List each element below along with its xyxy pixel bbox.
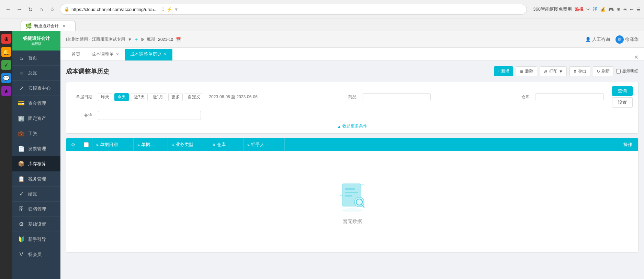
tax-icon: 📋 [18, 176, 25, 182]
bookmark-button[interactable]: ☆ [47, 4, 57, 14]
refresh-btn[interactable]: ↻ 刷新 [593, 66, 613, 76]
topbar-right: 👤 人工咨询 徐 徐泽华 [585, 35, 639, 44]
rail-icon-purple[interactable]: ★ [1, 86, 11, 96]
ledger-icon: ≡ [18, 70, 25, 76]
th-checkbox[interactable] [80, 138, 92, 151]
date-btn-7days[interactable]: 近7天 [131, 93, 148, 101]
date-filter-label: 单据日期 [72, 94, 92, 100]
sidebar-item-ledger[interactable]: ≡ 总账 [12, 66, 60, 81]
settings-small-icon[interactable]: ⚙ [140, 37, 144, 42]
query-buttons: 查询 设置 [612, 86, 633, 108]
dropdown-icon[interactable]: ▼ [128, 37, 132, 42]
header-checkbox[interactable] [84, 142, 89, 147]
sidebar-item-member[interactable]: V 畅会员 [12, 247, 60, 262]
rail-icon-red[interactable]: ⊕ [1, 34, 11, 44]
rail-icon-orange[interactable]: 🔔 [1, 47, 11, 57]
sidebar-item-invoice[interactable]: 📄 发票管理 [12, 141, 60, 156]
remark-filter-label: 备注 [72, 113, 92, 119]
print-chevron[interactable]: ▼ [559, 69, 563, 74]
brightness-icon[interactable]: ☀ [623, 7, 627, 12]
tab-area-close: ✕ [634, 54, 639, 60]
search-btn[interactable]: 查询 [612, 86, 633, 96]
undo-icon[interactable]: ↩ [630, 7, 634, 12]
date-btn-custom[interactable]: 自定义 [185, 93, 203, 101]
sidebar: 畅捷通好会计 旗舰版 ⌂ 首页 ≡ 总账 ↗ 云报表中心 💳 资金管理 🏢 固定… [12, 31, 60, 279]
address-bar[interactable]: 🔒 https://cloud.chanjet.com/accounting/u… [60, 4, 527, 15]
period-value[interactable]: 2021-10 [158, 37, 173, 42]
archive-icon: 🗄 [18, 206, 25, 212]
new-btn[interactable]: + 新增 [494, 66, 513, 76]
service-btn[interactable]: 👤 人工咨询 [585, 36, 610, 43]
sidebar-item-guide[interactable]: 🔰 新手引导 [12, 232, 60, 247]
tab-cost-adjustment-history[interactable]: 成本调整单历史 ✕ [125, 49, 172, 60]
add-icon[interactable]: + [135, 36, 138, 43]
tab-cost-adjustment[interactable]: 成本调整单 ✕ [86, 49, 125, 60]
tab-cost-adjustment-history-close[interactable]: ✕ [163, 52, 167, 57]
rail-icon-green[interactable]: ✓ [1, 60, 11, 70]
th-date[interactable]: ⇅ 单据日期 [92, 138, 134, 151]
content-area: 成本调整单历史 + 新增 🗑 删除 🖨 打印 ▼ ⬆ 导出 [60, 61, 644, 279]
home-button[interactable]: ⌂ [36, 4, 46, 14]
sidebar-item-inventory[interactable]: 📦 库存核算 [12, 156, 60, 171]
product-more-btn[interactable]: ... [425, 95, 428, 99]
sidebar-item-tax[interactable]: 📋 税务管理 [12, 171, 60, 187]
game-icon[interactable]: 🎮 [608, 7, 614, 12]
display-checkbox[interactable] [616, 69, 621, 74]
sidebar-item-salary[interactable]: 💼 工资 [12, 126, 60, 141]
search-label[interactable]: 360智能抠图免费用 [533, 6, 572, 12]
refresh-button[interactable]: ↻ [25, 4, 35, 14]
product-filter-label: 商品 [336, 94, 357, 100]
delete-btn[interactable]: 🗑 删除 [516, 66, 537, 76]
sidebar-item-label: 发票管理 [28, 146, 46, 152]
sidebar-item-label: 资金管理 [28, 100, 46, 107]
sidebar-item-assets[interactable]: 🏢 固定资产 [12, 111, 60, 126]
menu-icon[interactable]: ☰ [636, 7, 641, 12]
translate-icon[interactable]: 译 [593, 6, 597, 12]
sidebar-item-label: 结账 [28, 191, 37, 197]
th-type[interactable]: ⇅ 业务类型 [168, 138, 209, 151]
date-btn-more[interactable]: 更多 [168, 93, 183, 101]
tab-cost-adjustment-close[interactable]: ✕ [116, 52, 119, 57]
topbar-user[interactable]: 徐 徐泽华 [615, 35, 639, 44]
date-btn-today[interactable]: 今天 [114, 93, 129, 101]
chevron-down-icon: ▼ [174, 7, 179, 12]
sidebar-item-close[interactable]: ✓ 结账 [12, 187, 60, 202]
sidebar-item-settings[interactable]: ⚙ 基础设置 [12, 217, 60, 232]
collapse-btn[interactable]: ▲ 收起更多条件 [337, 123, 368, 129]
close-all-tabs-icon[interactable]: ✕ [634, 54, 639, 60]
apps-grid-icon[interactable]: ⊞ [617, 7, 620, 12]
th-settings[interactable]: ⚙ [66, 138, 80, 151]
date-btn-1month[interactable]: 近1月 [150, 93, 167, 101]
wallet-icon[interactable]: 💰 [600, 7, 606, 12]
browser-tab-chanjet[interactable]: 🌿 畅捷通好会计 ✕ [21, 21, 76, 31]
date-btn-yesterday[interactable]: 昨天 [98, 93, 112, 101]
url-text: https://cloud.chanjet.com/accounting/uru… [71, 7, 158, 12]
remark-input[interactable] [98, 111, 201, 120]
scissors-icon[interactable]: ✂ [586, 7, 590, 12]
sidebar-item-archive[interactable]: 🗄 归档管理 [12, 202, 60, 217]
display-toggle[interactable]: 显示明细 [616, 68, 639, 74]
export-btn[interactable]: ⬆ 导出 [569, 66, 590, 76]
rail-icon-blue[interactable]: 💬 [1, 73, 11, 83]
query-settings-btn[interactable]: 设置 [612, 97, 633, 108]
sidebar-item-reports[interactable]: ↗ 云报表中心 [12, 81, 60, 96]
th-type-label: 业务类型 [176, 142, 193, 148]
back-button[interactable]: ← [3, 4, 13, 14]
th-warehouse[interactable]: ⇅ 仓库 [209, 138, 244, 151]
refresh-label: 刷新 [601, 68, 610, 74]
calendar-icon[interactable]: 📅 [176, 37, 181, 42]
sidebar-item-finance[interactable]: 💳 资金管理 [12, 96, 60, 111]
sidebar-item-home[interactable]: ⌂ 首页 [12, 51, 60, 66]
svg-rect-4 [345, 192, 358, 193]
forward-button[interactable]: → [14, 4, 24, 14]
th-num[interactable]: ⇅ 单据... [134, 138, 168, 151]
hot-label[interactable]: 热搜 [575, 6, 584, 12]
browser-tab-close[interactable]: ✕ [62, 24, 66, 29]
tab-home[interactable]: 首页 [66, 49, 86, 60]
warehouse-select[interactable]: ... [535, 93, 604, 100]
print-btn[interactable]: 🖨 打印 ▼ [540, 66, 567, 76]
sidebar-item-label: 库存核算 [28, 161, 46, 167]
warehouse-more-btn[interactable]: ... [598, 95, 601, 99]
th-handler[interactable]: ⇅ 经手人 [244, 138, 285, 151]
product-select[interactable]: ... [362, 93, 431, 100]
